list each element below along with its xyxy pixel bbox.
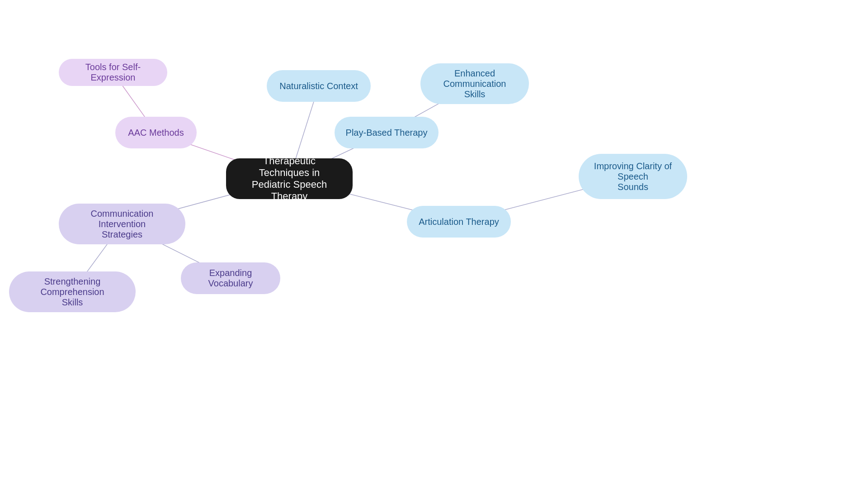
naturalistic-context-label: Naturalistic Context — [279, 81, 358, 91]
tools-self-expression-label: Tools for Self-Expression — [70, 62, 156, 83]
playbased-therapy-node: Play-Based Therapy — [335, 117, 439, 148]
enhanced-communication-node: Enhanced Communication Skills — [420, 63, 529, 104]
improving-clarity-label: Improving Clarity of Speech Sounds — [590, 161, 676, 192]
articulation-therapy-node: Articulation Therapy — [407, 206, 511, 238]
improving-clarity-node: Improving Clarity of Speech Sounds — [579, 154, 687, 199]
strengthening-comprehension-label: Strengthening Comprehension Skills — [20, 276, 125, 308]
communication-intervention-node: Communication Intervention Strategies — [59, 204, 185, 244]
center-node-label: Therapeutic Techniques in Pediatric Spee… — [237, 155, 342, 202]
expanding-vocabulary-label: Expanding Vocabulary — [192, 268, 269, 289]
center-node: Therapeutic Techniques in Pediatric Spee… — [226, 158, 353, 199]
articulation-therapy-label: Articulation Therapy — [419, 217, 499, 227]
tools-self-expression-node: Tools for Self-Expression — [59, 59, 167, 86]
aac-methods-label: AAC Methods — [128, 128, 184, 138]
naturalistic-context-node: Naturalistic Context — [267, 70, 371, 102]
expanding-vocabulary-node: Expanding Vocabulary — [181, 262, 280, 294]
communication-intervention-label: Communication Intervention Strategies — [70, 209, 175, 240]
enhanced-communication-label: Enhanced Communication Skills — [431, 68, 518, 100]
strengthening-comprehension-node: Strengthening Comprehension Skills — [9, 271, 136, 312]
playbased-therapy-label: Play-Based Therapy — [346, 128, 428, 138]
aac-methods-node: AAC Methods — [115, 117, 197, 148]
